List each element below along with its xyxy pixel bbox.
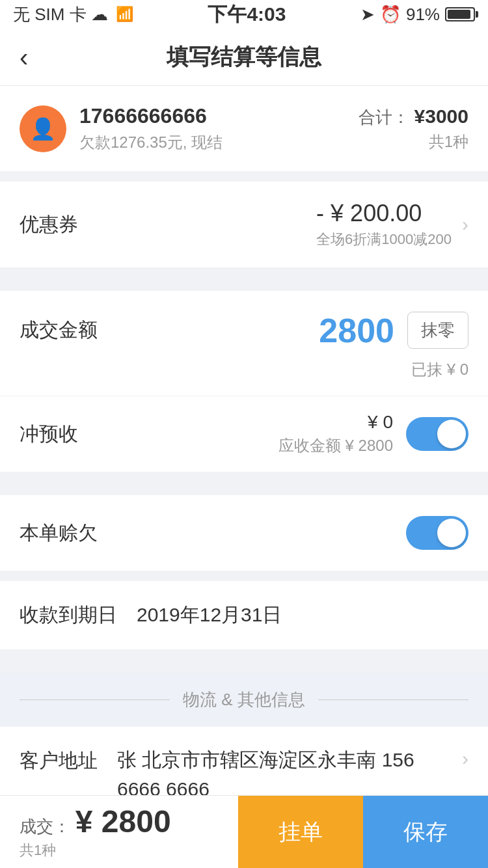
- bottom-deal-row: 成交： ¥ 2800: [20, 804, 219, 839]
- debt-order-label: 本单赊欠: [20, 520, 98, 547]
- section-divider-3: [0, 660, 488, 673]
- prepay-right: ¥ 0 应收金额 ¥ 2800: [278, 412, 468, 456]
- amount-row: 成交金额 2800 抹零: [0, 291, 488, 359]
- prepay-toggle[interactable]: [406, 417, 468, 451]
- battery-icon: [445, 7, 475, 21]
- coupon-discount: - ¥ 200.00: [316, 200, 452, 227]
- avatar: 👤: [20, 105, 66, 152]
- customer-card: 👤 17666666666 欠款1276.35元, 现结 合计： ¥3000 共…: [0, 86, 488, 171]
- bottom-left: 成交： ¥ 2800 共1种: [0, 804, 238, 860]
- status-left: 无 SIM 卡 ☁ 📶: [13, 3, 133, 26]
- deal-section: 成交金额 2800 抹零 已抹 ¥ 0 冲预收 ¥ 0 应收金额 ¥ 2800: [0, 291, 488, 472]
- sim-label: 无 SIM 卡 ☁: [13, 3, 108, 26]
- customer-debt: 欠款1276.35元, 现结: [79, 132, 223, 153]
- prepay-values: ¥ 0 应收金额 ¥ 2800: [278, 412, 393, 456]
- save-button[interactable]: 保存: [363, 796, 488, 869]
- prepay-row: 冲预收 ¥ 0 应收金额 ¥ 2800: [0, 396, 488, 472]
- avatar-icon: 👤: [30, 116, 56, 141]
- bottom-deal-label: 成交：: [20, 817, 70, 836]
- total-label-row: 合计： ¥3000: [359, 105, 468, 129]
- back-button[interactable]: ‹: [20, 44, 28, 70]
- due-date-content: 收款到期日 2019年12月31日: [20, 602, 468, 629]
- due-date-label: 收款到期日: [20, 602, 117, 629]
- bottom-deal-count: 共1种: [20, 841, 219, 860]
- customer-left: 👤 17666666666 欠款1276.35元, 现结: [20, 104, 223, 153]
- due-date-row: 收款到期日 2019年12月31日: [0, 581, 488, 649]
- customer-right: 合计： ¥3000 共1种: [359, 105, 468, 152]
- bottom-deal-amount: ¥ 2800: [75, 804, 171, 839]
- page-content: 👤 17666666666 欠款1276.35元, 现结 合计： ¥3000 共…: [0, 86, 488, 868]
- chevron-right-icon: ›: [462, 213, 468, 236]
- deal-sub: 已抹 ¥ 0: [0, 359, 488, 396]
- round-button[interactable]: 抹零: [407, 312, 468, 349]
- due-date-value: 2019年12月31日: [137, 602, 282, 629]
- amount-right: 2800 抹零: [319, 312, 468, 349]
- prepay-sub-label: 应收金额 ¥ 2800: [278, 435, 393, 456]
- address-chevron-icon: ›: [462, 745, 468, 770]
- address-label: 客户地址: [20, 745, 98, 774]
- status-time: 下午4:03: [208, 1, 286, 28]
- customer-phone: 17666666666: [79, 104, 223, 128]
- logistics-header: 物流 & 其他信息: [0, 673, 488, 727]
- coupon-desc: 全场6折满1000减200: [316, 230, 452, 249]
- battery-percent: 91%: [406, 5, 440, 25]
- pending-button[interactable]: 挂单: [238, 796, 363, 869]
- debt-order-toggle[interactable]: [406, 516, 468, 550]
- nav-bar: ‹ 填写结算等信息: [0, 29, 488, 86]
- status-right: ➤ ⏰ 91%: [360, 5, 475, 25]
- deal-label: 成交金额: [20, 317, 98, 344]
- section-divider-1: [0, 278, 488, 291]
- deal-amount-value: 2800: [319, 314, 394, 347]
- total-label: 合计：: [359, 107, 409, 127]
- bottom-bar: 成交： ¥ 2800 共1种 挂单 保存: [0, 795, 488, 868]
- logistics-title: 物流 & 其他信息: [183, 688, 305, 711]
- wifi-icon: 📶: [116, 6, 133, 23]
- logistics-line-left: [20, 699, 170, 700]
- total-count: 共1种: [359, 131, 468, 152]
- page-title: 填写结算等信息: [167, 42, 321, 72]
- coupon-info: - ¥ 200.00 全场6折满1000减200: [316, 200, 452, 249]
- debt-order-row: 本单赊欠: [0, 495, 488, 571]
- coupon-label: 优惠券: [20, 211, 78, 238]
- location-icon: ➤: [360, 5, 375, 25]
- coupon-right: - ¥ 200.00 全场6折满1000减200 ›: [316, 200, 468, 249]
- coupon-row[interactable]: 优惠券 - ¥ 200.00 全场6折满1000减200 ›: [0, 182, 488, 267]
- logistics-line-right: [318, 699, 468, 700]
- prepay-amount: ¥ 0: [278, 412, 393, 433]
- alarm-icon: ⏰: [380, 5, 401, 25]
- customer-info: 17666666666 欠款1276.35元, 现结: [79, 104, 223, 153]
- prepay-label: 冲预收: [20, 421, 78, 448]
- total-amount: ¥3000: [414, 105, 468, 127]
- section-divider-2: [0, 482, 488, 495]
- status-bar: 无 SIM 卡 ☁ 📶 下午4:03 ➤ ⏰ 91%: [0, 0, 488, 29]
